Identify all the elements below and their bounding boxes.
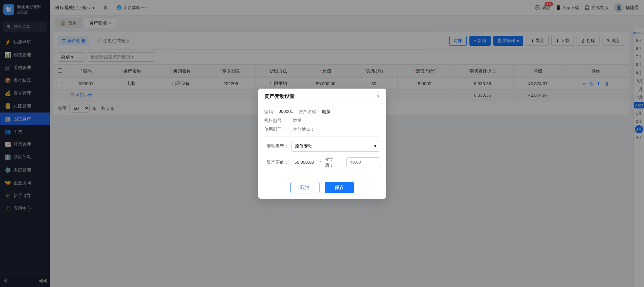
original-value-display: 50,000.00 [291,158,317,167]
dialog-divider [264,136,380,137]
change-type-row: 变动类型： 原值变动 ▾ [264,141,380,152]
asset-change-dialog: 资产变动设置 × 编码： 000001 资产名称： 电脑 规格型号： [258,89,386,199]
dialog-info-row-1: 编码： 000001 资产名称： 电脑 [264,109,380,115]
cancel-button[interactable]: 取消 [290,182,319,193]
dialog-asset-name-item: 资产名称： 电脑 [299,109,331,115]
dialog-info-row-3: 使用部门： 存放地点： [264,126,380,132]
original-value-label: 资产原值： [264,159,288,165]
dialog-dept-item: 使用部门： [264,126,287,132]
dialog-title: 资产变动设置 [264,93,295,100]
chevron-down-icon3: ▾ [374,144,376,149]
dialog-body: 编码： 000001 资产名称： 电脑 规格型号： 数量： [258,103,386,179]
dialog-code-item: 编码： 000001 [264,109,293,115]
change-type-select[interactable]: 原值变动 ▾ [291,141,380,152]
dialog-close-btn[interactable]: × [376,93,380,99]
dialog-location-item: 存放地点： [293,126,316,132]
dialog-spec-item: 规格型号： [264,118,287,124]
dialog-header: 资产变动设置 × [258,89,386,103]
required-mark: * [320,160,321,165]
original-value-row: 资产原值： 50,000.00 * 变动后： [264,156,380,168]
save-button[interactable]: 保存 [325,182,354,193]
after-label: 变动后： [325,156,342,168]
dialog-footer: 取消 保存 [258,179,386,199]
dialog-info-row-2: 规格型号： 数量： [264,118,380,124]
dialog-overlay[interactable]: 资产变动设置 × 编码： 000001 资产名称： 电脑 规格型号： [0,0,644,287]
after-value-input[interactable] [346,157,380,167]
dialog-quantity-item: 数量： [293,118,307,124]
change-type-label: 变动类型： [264,143,288,149]
